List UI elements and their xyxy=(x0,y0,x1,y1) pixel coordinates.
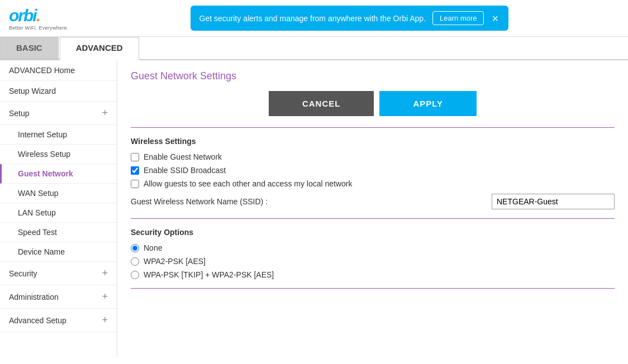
cancel-button[interactable]: CANCEL xyxy=(269,91,374,116)
allow-guests-row: Allow guests to see each other and acces… xyxy=(131,179,615,188)
action-bar: CANCEL APPLY xyxy=(131,91,615,116)
advanced-setup-plus-icon: + xyxy=(102,314,108,326)
security-none-label[interactable]: None xyxy=(144,243,162,252)
security-wpa2-label[interactable]: WPA2-PSK [AES] xyxy=(144,257,206,266)
tab-advanced[interactable]: ADVANCED xyxy=(60,37,139,60)
logo-period: . xyxy=(36,6,41,25)
banner-text: Get security alerts and manage from anyw… xyxy=(199,14,426,23)
enable-guest-network-checkbox[interactable] xyxy=(131,153,139,161)
logo-text: orbi xyxy=(9,6,36,25)
sidebar-sub-item-internet-setup[interactable]: Internet Setup xyxy=(0,125,117,145)
sidebar: ADVANCED Home Setup Wizard Setup + Inter… xyxy=(0,60,117,357)
security-plus-icon: + xyxy=(102,267,108,279)
security-wpa-combined-label[interactable]: WPA-PSK [TKIP] + WPA2-PSK [AES] xyxy=(144,270,274,279)
allow-guests-label[interactable]: Allow guests to see each other and acces… xyxy=(144,179,353,188)
sidebar-section-setup[interactable]: Setup + xyxy=(0,102,117,125)
administration-plus-icon: + xyxy=(102,291,108,303)
sidebar-section-administration[interactable]: Administration + xyxy=(0,285,117,309)
logo-area: orbi. Better WiFi. Everywhere. xyxy=(9,6,69,31)
learn-more-button[interactable]: Learn more xyxy=(432,11,484,25)
enable-guest-network-row: Enable Guest Network xyxy=(131,152,615,161)
setup-plus-icon: + xyxy=(102,107,108,119)
wireless-settings-title: Wireless Settings xyxy=(131,137,615,146)
security-wpa2-radio[interactable] xyxy=(131,257,139,266)
security-options-section: Security Options None WPA2-PSK [AES] WPA… xyxy=(131,228,615,279)
logo-tagline: Better WiFi. Everywhere. xyxy=(9,25,69,31)
sidebar-section-advanced-setup[interactable]: Advanced Setup + xyxy=(0,309,117,332)
banner-close-button[interactable]: × xyxy=(491,13,499,24)
bottom-divider xyxy=(131,288,615,289)
security-none-radio[interactable] xyxy=(131,244,139,252)
top-divider xyxy=(131,127,615,128)
security-options-title: Security Options xyxy=(131,228,615,237)
sidebar-item-setup-wizard[interactable]: Setup Wizard xyxy=(0,81,117,102)
page-title: Guest Network Settings xyxy=(131,70,615,82)
security-wpa-combined-row: WPA-PSK [TKIP] + WPA2-PSK [AES] xyxy=(131,270,615,279)
sidebar-sub-item-speed-test[interactable]: Speed Test xyxy=(0,223,117,242)
sidebar-sub-item-device-name[interactable]: Device Name xyxy=(0,242,117,262)
apply-button[interactable]: APPLY xyxy=(379,91,477,116)
sidebar-sub-item-guest-network[interactable]: Guest Network xyxy=(0,164,117,184)
security-none-row: None xyxy=(131,243,615,252)
sidebar-sub-item-wan-setup[interactable]: WAN Setup xyxy=(0,184,117,203)
security-wpa2-row: WPA2-PSK [AES] xyxy=(131,257,615,266)
tab-basic[interactable]: BASIC xyxy=(0,37,59,59)
ssid-input[interactable] xyxy=(492,194,615,209)
sidebar-sub-item-wireless-setup[interactable]: Wireless Setup xyxy=(0,145,117,164)
allow-guests-checkbox[interactable] xyxy=(131,180,139,188)
enable-ssid-broadcast-row: Enable SSID Broadcast xyxy=(131,166,615,175)
header: orbi. Better WiFi. Everywhere. Get secur… xyxy=(0,0,628,37)
ssid-row: Guest Wireless Network Name (SSID) : xyxy=(131,194,615,209)
enable-guest-network-label[interactable]: Enable Guest Network xyxy=(144,152,222,161)
security-wpa-combined-radio[interactable] xyxy=(131,271,139,279)
enable-ssid-broadcast-label[interactable]: Enable SSID Broadcast xyxy=(144,166,226,175)
mid-divider xyxy=(131,218,615,219)
main-layout: ADVANCED Home Setup Wizard Setup + Inter… xyxy=(0,60,628,357)
notification-banner: Get security alerts and manage from anyw… xyxy=(191,6,509,31)
sidebar-section-security[interactable]: Security + xyxy=(0,262,117,285)
sidebar-sub-item-lan-setup[interactable]: LAN Setup xyxy=(0,203,117,223)
enable-ssid-broadcast-checkbox[interactable] xyxy=(131,166,139,175)
content-area: Guest Network Settings CANCEL APPLY Wire… xyxy=(117,60,628,357)
ssid-label: Guest Wireless Network Name (SSID) : xyxy=(131,197,268,206)
sidebar-item-advanced-home[interactable]: ADVANCED Home xyxy=(0,60,117,81)
wireless-settings-section: Wireless Settings Enable Guest Network E… xyxy=(131,137,615,209)
tabs-bar: BASIC ADVANCED xyxy=(0,37,628,60)
logo: orbi. xyxy=(9,6,69,25)
